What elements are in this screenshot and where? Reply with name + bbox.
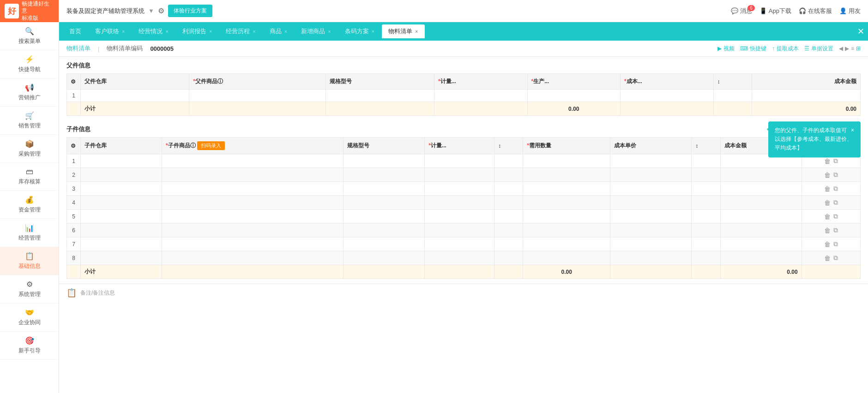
sidebar-item-search[interactable]: 🔍搜索菜单 <box>0 22 59 50</box>
breadcrumb-link[interactable]: 物料清单 <box>66 44 90 53</box>
delete-icon[interactable]: 🗑 <box>824 213 831 220</box>
child-cell-sort2[interactable] <box>692 237 720 251</box>
tab-商品[interactable]: 商品 × <box>263 24 294 38</box>
child-cell-spec[interactable] <box>344 154 425 168</box>
child-cell-qty[interactable] <box>523 251 610 265</box>
tab-close-icon[interactable]: × <box>209 29 212 34</box>
child-cell-warehouse[interactable] <box>81 168 162 182</box>
child-cell-qty[interactable] <box>523 154 610 168</box>
child-cell-sort2[interactable] <box>692 251 720 265</box>
single-settings-action[interactable]: ☰ 单据设置 <box>804 45 833 53</box>
child-cell-unit[interactable] <box>425 154 494 168</box>
online-service-action[interactable]: 🎧 在线客服 <box>799 7 832 15</box>
parent-cell-cost[interactable] <box>621 90 714 102</box>
sidebar-item-marketing[interactable]: 📢营销推广 <box>0 79 59 107</box>
child-cell-sort[interactable] <box>494 224 523 237</box>
tab-条码方案[interactable]: 条码方案 × <box>338 24 381 38</box>
child-cell-sort2[interactable] <box>692 168 720 182</box>
copy-icon[interactable]: ⧉ <box>833 185 838 193</box>
child-cell-product[interactable] <box>162 224 344 237</box>
view-action[interactable]: ▶ 视频 <box>717 45 735 53</box>
delete-icon[interactable]: 🗑 <box>824 171 831 179</box>
child-cell-sort2[interactable] <box>692 196 720 210</box>
child-cell-product[interactable] <box>162 210 344 224</box>
child-cell-product[interactable] <box>162 154 344 168</box>
child-cell-product[interactable] <box>162 168 344 182</box>
experience-button[interactable]: 体验行业方案 <box>168 5 212 17</box>
child-cell-warehouse[interactable] <box>81 210 162 224</box>
tab-新增商品[interactable]: 新增商品 × <box>295 24 337 38</box>
child-cell-qty[interactable] <box>523 168 610 182</box>
child-cell-spec[interactable] <box>344 237 425 251</box>
parent-cell-cost-amount[interactable] <box>752 90 860 102</box>
child-cell-amount[interactable] <box>720 237 802 251</box>
child-cell-unit-price[interactable] <box>610 210 692 224</box>
child-cell-qty[interactable] <box>523 210 610 224</box>
child-cell-product[interactable] <box>162 196 344 210</box>
child-cell-amount[interactable] <box>720 168 802 182</box>
next-icon[interactable]: ▶ <box>845 45 849 52</box>
child-cell-warehouse[interactable] <box>81 251 162 265</box>
tab-close-icon[interactable]: × <box>253 29 255 34</box>
child-cell-unit-price[interactable] <box>610 154 692 168</box>
child-cell-unit[interactable] <box>425 251 494 265</box>
parent-cell-unit[interactable] <box>434 90 527 102</box>
child-cell-amount[interactable] <box>720 210 802 224</box>
parent-cell-warehouse[interactable] <box>81 90 189 102</box>
child-cell-sort2[interactable] <box>692 224 720 237</box>
delete-icon[interactable]: 🗑 <box>824 254 831 262</box>
parent-cell-product[interactable] <box>189 90 326 102</box>
sidebar-item-sales[interactable]: 🛒销售管理 <box>0 107 59 135</box>
tab-经营情况[interactable]: 经营情况 × <box>132 24 175 38</box>
tab-close-icon[interactable]: × <box>165 29 168 34</box>
child-cell-spec[interactable] <box>344 196 425 210</box>
tab-close-icon[interactable]: × <box>372 29 374 34</box>
delete-icon[interactable]: 🗑 <box>824 241 831 248</box>
child-cell-unit[interactable] <box>425 182 494 196</box>
child-cell-unit[interactable] <box>425 196 494 210</box>
sidebar-item-system[interactable]: ⚙系统管理 <box>0 275 59 303</box>
extract-cost-action[interactable]: ↑ 提取成本 <box>772 45 799 53</box>
copy-icon[interactable]: ⧉ <box>833 226 838 234</box>
sidebar-item-inventory[interactable]: 🗃库存核算 <box>0 163 59 191</box>
child-cell-qty[interactable] <box>523 182 610 196</box>
child-cell-sort2[interactable] <box>692 210 720 224</box>
tab-利润报告[interactable]: 利润报告 × <box>176 24 218 38</box>
sidebar-item-purchase[interactable]: 📦采购管理 <box>0 135 59 163</box>
child-cell-unit-price[interactable] <box>610 182 692 196</box>
child-cell-amount[interactable] <box>720 251 802 265</box>
child-cell-unit[interactable] <box>425 237 494 251</box>
tab-首页[interactable]: 首页 <box>63 24 88 38</box>
copy-icon[interactable]: ⧉ <box>833 254 838 262</box>
child-cell-qty[interactable] <box>523 224 610 237</box>
shortcut-action[interactable]: ⌨ 快捷键 <box>740 45 766 53</box>
child-cell-sort[interactable] <box>494 154 523 168</box>
sidebar-item-operation[interactable]: 📊经营管理 <box>0 219 59 247</box>
child-cell-spec[interactable] <box>344 224 425 237</box>
child-cell-spec[interactable] <box>344 182 425 196</box>
messages-action[interactable]: 💬 6 消息 <box>731 7 752 15</box>
child-cell-amount[interactable] <box>720 196 802 210</box>
expand-icon[interactable]: ⊞ <box>856 45 861 52</box>
child-cell-qty[interactable] <box>523 196 610 210</box>
child-cell-amount[interactable] <box>720 182 802 196</box>
settings-icon[interactable]: ⚙ <box>158 6 164 15</box>
child-cell-warehouse[interactable] <box>81 196 162 210</box>
child-cell-qty[interactable] <box>523 237 610 251</box>
child-cell-warehouse[interactable] <box>81 182 162 196</box>
child-cell-warehouse[interactable] <box>81 154 162 168</box>
child-cell-unit-price[interactable] <box>610 251 692 265</box>
tab-close-icon[interactable]: × <box>415 29 418 34</box>
tab-经营历程[interactable]: 经营历程 × <box>219 24 262 38</box>
sidebar-item-finance[interactable]: 💰资金管理 <box>0 191 59 219</box>
child-cell-sort2[interactable] <box>692 182 720 196</box>
child-cell-sort2[interactable] <box>692 154 720 168</box>
child-cell-unit-price[interactable] <box>610 196 692 210</box>
child-cell-product[interactable] <box>162 237 344 251</box>
child-cell-amount[interactable] <box>720 224 802 237</box>
delete-icon[interactable]: 🗑 <box>824 227 831 234</box>
child-cell-sort[interactable] <box>494 168 523 182</box>
tab-close-icon[interactable]: × <box>122 29 125 34</box>
child-cell-spec[interactable] <box>344 210 425 224</box>
tab-物料清单[interactable]: 物料清单 × <box>382 24 424 38</box>
